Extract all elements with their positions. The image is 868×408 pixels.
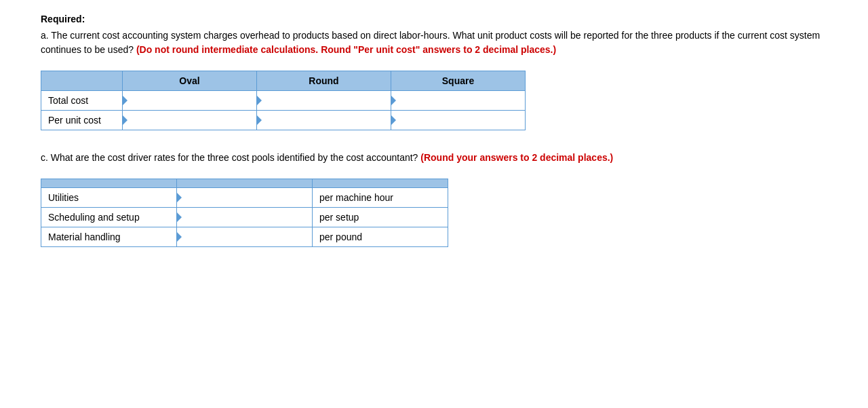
question-c-note: (Round your answers to 2 decimal places.…	[420, 152, 613, 163]
table-row: Per unit cost	[41, 111, 526, 130]
table-row: Total cost	[41, 91, 526, 111]
table-a-perunit-round-input[interactable]	[264, 115, 384, 126]
table-c-header-empty2	[177, 179, 313, 188]
table-c-scheduling-value-cell[interactable]	[177, 208, 313, 227]
table-a-row2-label: Per unit cost	[41, 111, 123, 130]
table-c-material-unit: per pound	[313, 227, 448, 247]
table-a-perunit-oval-input[interactable]	[130, 115, 250, 126]
table-c-utilities-unit: per machine hour	[313, 188, 448, 208]
table-a-header-empty	[41, 71, 123, 91]
table-c-scheduling-input[interactable]	[184, 212, 305, 223]
section-a: Required: a. The current cost accounting…	[41, 14, 827, 130]
table-a-total-round-cell[interactable]	[257, 91, 391, 111]
table-c-utilities-label: Utilities	[41, 188, 177, 208]
table-a-total-square-input[interactable]	[398, 96, 518, 106]
table-c-header-empty1	[41, 179, 177, 188]
table-c-scheduling-label: Scheduling and setup	[41, 208, 177, 227]
table-a-perunit-round-cell[interactable]	[257, 111, 391, 130]
table-row: Material handling per pound	[41, 227, 448, 247]
table-row: Utilities per machine hour	[41, 188, 448, 208]
table-c-utilities-input[interactable]	[184, 193, 305, 203]
table-a-total-oval-input[interactable]	[130, 96, 250, 106]
table-c-utilities-value-cell[interactable]	[177, 188, 313, 208]
table-a-perunit-oval-cell[interactable]	[123, 111, 257, 130]
question-c-text: c. What are the cost driver rates for th…	[41, 151, 827, 165]
table-a: Oval Round Square Total cost Per unit co…	[41, 71, 526, 130]
table-c-scheduling-unit: per setup	[313, 208, 448, 227]
table-c: Utilities per machine hour Scheduling an…	[41, 179, 448, 247]
table-a-total-square-cell[interactable]	[391, 91, 526, 111]
section-c: c. What are the cost driver rates for th…	[41, 151, 827, 247]
table-a-total-round-input[interactable]	[264, 96, 384, 106]
table-c-header-empty3	[313, 179, 448, 188]
table-a-header-square: Square	[391, 71, 526, 91]
table-c-material-label: Material handling	[41, 227, 177, 247]
table-a-perunit-square-input[interactable]	[398, 115, 518, 126]
table-a-row1-label: Total cost	[41, 91, 123, 111]
table-c-material-value-cell[interactable]	[177, 227, 313, 247]
table-a-header-oval: Oval	[123, 71, 257, 91]
table-c-material-input[interactable]	[184, 232, 305, 242]
question-c-body: c. What are the cost driver rates for th…	[41, 152, 418, 163]
table-row: Scheduling and setup per setup	[41, 208, 448, 227]
required-label: Required:	[41, 14, 827, 24]
question-a-text: a. The current cost accounting system ch…	[41, 29, 827, 57]
table-a-total-oval-cell[interactable]	[123, 91, 257, 111]
question-a-note: (Do not round intermediate calculations.…	[136, 44, 556, 55]
table-a-header-round: Round	[257, 71, 391, 91]
table-a-perunit-square-cell[interactable]	[391, 111, 526, 130]
